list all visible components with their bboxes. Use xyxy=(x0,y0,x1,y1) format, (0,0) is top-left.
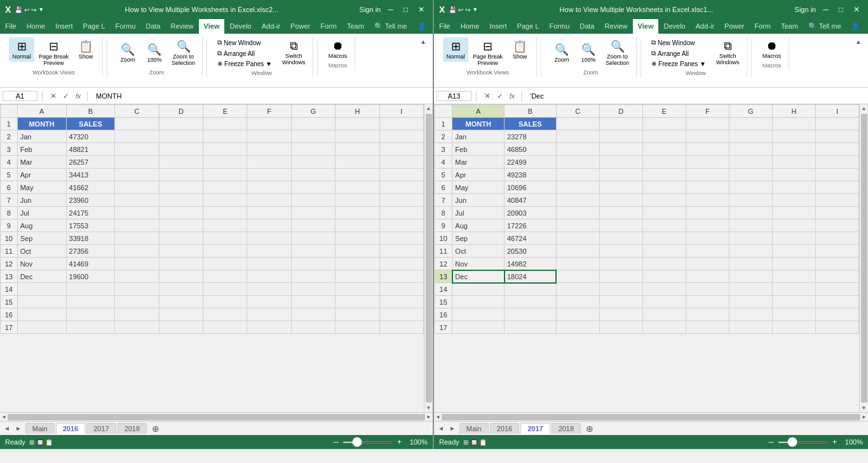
left-scroll-right[interactable]: ► xyxy=(426,414,431,420)
right-cell-F10[interactable] xyxy=(686,232,729,245)
left-cell-a10[interactable]: Sep xyxy=(17,232,66,245)
left-col-header-f[interactable]: F xyxy=(247,105,291,118)
left-cell-b5[interactable]: 34413 xyxy=(66,169,115,181)
right-cell-c1[interactable] xyxy=(556,118,599,130)
right-cell-E12[interactable] xyxy=(642,258,686,270)
right-col-header-i[interactable]: I xyxy=(815,105,858,118)
left-normal-btn[interactable]: ⊞ Normal xyxy=(9,38,34,62)
right-ribbon-collapse[interactable]: ▲ xyxy=(854,36,863,46)
left-formula-cancel[interactable]: ✕ xyxy=(48,92,58,100)
left-freeze-btn[interactable]: ❄ Freeze Panes ▼ xyxy=(215,59,275,69)
right-tab-addir[interactable]: Add-ir xyxy=(691,19,719,34)
right-cell-H6[interactable] xyxy=(772,181,815,194)
right-cell-D13[interactable] xyxy=(599,270,642,283)
right-col-header-g[interactable]: G xyxy=(729,105,772,118)
left-tab-profile[interactable]: 👤 xyxy=(412,19,431,34)
right-cell-D7[interactable] xyxy=(599,194,642,207)
right-cell-E13[interactable] xyxy=(642,270,686,283)
left-cell-I7[interactable] xyxy=(379,194,423,207)
right-cell-a1[interactable]: MONTH xyxy=(452,118,505,130)
right-tab-2016[interactable]: 2016 xyxy=(490,423,519,434)
left-formula-fx[interactable]: fx xyxy=(74,92,83,100)
right-tab-form[interactable]: Form xyxy=(749,19,776,34)
right-cell-H13[interactable] xyxy=(772,270,815,283)
left-tab-pagel[interactable]: Page L xyxy=(78,19,111,34)
right-col-header-f[interactable]: F xyxy=(686,105,729,118)
right-cell-a8[interactable]: Jul xyxy=(452,207,505,219)
right-normal-btn[interactable]: ⊞ Normal xyxy=(443,38,468,62)
right-scroll-left[interactable]: ◄ xyxy=(435,414,440,420)
left-cell-I10[interactable] xyxy=(379,232,423,245)
left-formula-ok[interactable]: ✓ xyxy=(61,92,71,100)
left-macros-btn[interactable]: ⏺ Macros xyxy=(325,38,351,61)
right-tab-view[interactable]: View xyxy=(633,19,659,34)
right-formula-fx[interactable]: fx xyxy=(508,92,517,100)
right-tab-team[interactable]: Team xyxy=(776,19,803,34)
right-cell-E2[interactable] xyxy=(642,130,686,143)
left-cell-H5[interactable] xyxy=(336,169,379,181)
right-cell-D12[interactable] xyxy=(599,258,642,270)
right-cell-G2[interactable] xyxy=(729,130,772,143)
right-tab-formu[interactable]: Formu xyxy=(544,19,574,34)
left-cell-H6[interactable] xyxy=(336,181,379,194)
right-cell-F4[interactable] xyxy=(686,156,729,169)
left-cell-E13[interactable] xyxy=(203,270,247,283)
right-cell-D8[interactable] xyxy=(599,207,642,219)
left-zoom-btn[interactable]: 🔍 Zoom xyxy=(115,41,140,65)
right-cell-C8[interactable] xyxy=(556,207,599,219)
right-cell-G13[interactable] xyxy=(729,270,772,283)
left-cell-I8[interactable] xyxy=(379,207,423,219)
right-scroll-up[interactable]: ▲ xyxy=(860,104,868,113)
right-cell-b1[interactable]: SALES xyxy=(505,118,557,130)
right-cell-i1[interactable] xyxy=(815,118,858,130)
left-tab-home[interactable]: Home xyxy=(22,19,50,34)
right-restore-btn[interactable]: □ xyxy=(836,4,846,15)
right-cell-H5[interactable] xyxy=(772,169,815,181)
left-col-header-e[interactable]: E xyxy=(203,105,247,118)
left-cell-G12[interactable] xyxy=(291,258,335,270)
right-cell-b3[interactable]: 46850 xyxy=(505,143,557,156)
left-arrange-btn[interactable]: ⧉ Arrange All xyxy=(215,48,275,59)
right-tab-insert[interactable]: Insert xyxy=(484,19,512,34)
left-cell-F10[interactable] xyxy=(247,232,291,245)
left-cell-C4[interactable] xyxy=(115,156,159,169)
left-cell-F4[interactable] xyxy=(247,156,291,169)
left-tab-file[interactable]: File xyxy=(0,19,22,34)
right-cell-C6[interactable] xyxy=(556,181,599,194)
left-cell-D13[interactable] xyxy=(159,270,203,283)
left-cell-H11[interactable] xyxy=(336,245,379,258)
right-cell-F7[interactable] xyxy=(686,194,729,207)
left-cell-D11[interactable] xyxy=(159,245,203,258)
right-cell-b8[interactable]: 20903 xyxy=(505,207,557,219)
right-tab-profile[interactable]: 👤 xyxy=(846,19,865,34)
left-cell-b7[interactable]: 23960 xyxy=(66,194,115,207)
left-cell-C2[interactable] xyxy=(115,130,159,143)
right-cell-C12[interactable] xyxy=(556,258,599,270)
right-cell-F11[interactable] xyxy=(686,245,729,258)
left-tab-view[interactable]: View xyxy=(199,19,225,34)
left-tab-review[interactable]: Review xyxy=(166,19,199,34)
left-tab-2018[interactable]: 2018 xyxy=(118,423,147,434)
right-col-header-c[interactable]: C xyxy=(556,105,599,118)
left-scroll-left[interactable]: ◄ xyxy=(1,414,6,420)
left-scroll-down[interactable]: ▼ xyxy=(425,404,433,412)
left-cell-I2[interactable] xyxy=(379,130,423,143)
left-zoom-in-btn[interactable]: + xyxy=(397,438,402,446)
left-tab-data[interactable]: Data xyxy=(140,19,165,34)
right-cell-E3[interactable] xyxy=(642,143,686,156)
redo-icon-right[interactable]: ↪ xyxy=(465,6,470,13)
right-cell-e1[interactable] xyxy=(642,118,686,130)
right-new-window-btn[interactable]: ⧉ New Window xyxy=(649,38,709,48)
right-zoom-slider[interactable] xyxy=(778,441,829,443)
left-cell-C8[interactable] xyxy=(115,207,159,219)
left-cell-G10[interactable] xyxy=(291,232,335,245)
left-scroll-tabs-right[interactable]: ► xyxy=(13,425,24,432)
right-cell-D10[interactable] xyxy=(599,232,642,245)
left-zoom-slider[interactable] xyxy=(342,441,393,443)
right-100pct-btn[interactable]: 🔍 100% xyxy=(576,41,601,65)
right-col-header-h[interactable]: H xyxy=(772,105,815,118)
left-restore-btn[interactable]: □ xyxy=(400,4,411,15)
right-cell-G4[interactable] xyxy=(729,156,772,169)
left-name-box[interactable] xyxy=(3,91,37,101)
left-cell-F8[interactable] xyxy=(247,207,291,219)
